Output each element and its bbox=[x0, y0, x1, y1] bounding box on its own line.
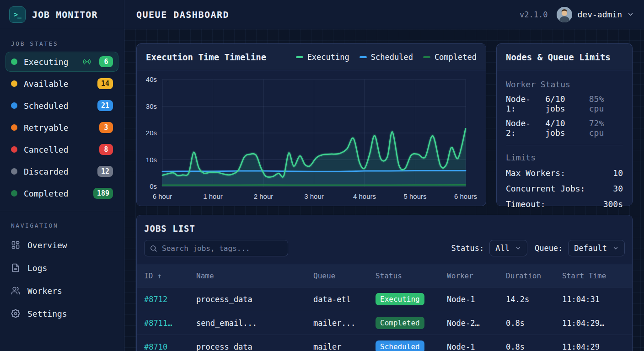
navigation-section-label: NAVIGATION bbox=[11, 222, 113, 229]
node-row-node-2: Node-2: 4/10 jobs 72% cpu bbox=[506, 118, 623, 138]
state-count-badge: 6 bbox=[99, 56, 113, 67]
execution-timeline-card: Execution Time Timeline Executing Schedu… bbox=[136, 43, 486, 206]
limit-concurrent-jobs: Concurrent Jobs: 30 bbox=[506, 184, 623, 193]
job-row-8710[interactable]: #8710 process_data mailer Scheduled Node… bbox=[137, 335, 632, 351]
app-logo-area: >_ JOB MONITOR bbox=[0, 0, 124, 29]
nav-label: Logs bbox=[27, 263, 47, 273]
col-queue[interactable]: Queue bbox=[313, 271, 376, 280]
node-name: Node-2: bbox=[506, 118, 540, 138]
state-label: Executing bbox=[24, 57, 75, 67]
state-dot bbox=[11, 124, 17, 131]
limit-timeout: Timeout: 300s bbox=[506, 199, 623, 209]
col-start-time[interactable]: Start Time bbox=[562, 271, 632, 280]
nav-item-workers[interactable]: Workers bbox=[0, 279, 124, 302]
job-start-time: 11:04:29… bbox=[562, 319, 632, 328]
sidebar-state-available[interactable]: Available 14 bbox=[5, 74, 118, 94]
col-worker[interactable]: Worker bbox=[447, 271, 506, 280]
svg-text:30s: 30s bbox=[146, 102, 157, 110]
state-dot bbox=[11, 102, 17, 109]
limit-value: 300s bbox=[603, 199, 623, 209]
job-id-link[interactable]: #8712 bbox=[144, 295, 196, 304]
sidebar-divider bbox=[0, 211, 124, 211]
nav-icon bbox=[11, 240, 20, 250]
nav-item-logs[interactable]: Logs bbox=[0, 256, 124, 279]
sidebar-state-scheduled[interactable]: Scheduled 21 bbox=[5, 96, 118, 116]
node-jobs: 4/10 jobs bbox=[545, 118, 589, 138]
col-name[interactable]: Name bbox=[196, 271, 313, 280]
nav-icon bbox=[11, 286, 20, 295]
jobs-toolbar: Status: All Queue: Default bbox=[144, 240, 625, 256]
app-screen: >_ JOB MONITOR QUEUE DASHBOARD v2.1.0 de… bbox=[0, 0, 644, 351]
chevron-down-icon bbox=[627, 11, 634, 18]
legend-label: Executing bbox=[307, 53, 349, 62]
job-states-section-label: JOB STATES bbox=[11, 40, 113, 47]
job-row-8711[interactable]: #8711… send_email... mailer... Completed… bbox=[137, 311, 632, 335]
nav-icon bbox=[11, 309, 20, 318]
avatar-image bbox=[557, 7, 572, 22]
job-duration: 0.8s bbox=[506, 319, 562, 328]
sidebar-state-cancelled[interactable]: Cancelled 8 bbox=[5, 139, 118, 160]
job-id-link[interactable]: #8710 bbox=[144, 342, 196, 351]
state-count-badge: 21 bbox=[97, 100, 113, 111]
sidebar-state-executing[interactable]: Executing 6 bbox=[5, 52, 118, 72]
job-duration: 0.8s bbox=[506, 342, 562, 351]
legend-label: Completed bbox=[435, 53, 477, 62]
job-row-8712[interactable]: #8712 process_data data-etl Executing No… bbox=[137, 287, 632, 311]
main-content: Execution Time Timeline Executing Schedu… bbox=[124, 29, 644, 351]
legend-executing[interactable]: Executing bbox=[296, 53, 349, 62]
col-duration[interactable]: Duration bbox=[506, 271, 562, 280]
state-label: Retryable bbox=[24, 123, 93, 133]
status-badge: Executing bbox=[376, 293, 424, 305]
node-name: Node-1: bbox=[506, 94, 540, 113]
job-worker: Node-2… bbox=[447, 319, 506, 328]
legend-swatch bbox=[360, 56, 367, 58]
job-worker: Node-1 bbox=[447, 295, 506, 304]
user-menu[interactable]: dev-admin bbox=[557, 7, 634, 22]
job-status-cell: Executing bbox=[376, 293, 447, 305]
filter-status: Status: All bbox=[451, 240, 527, 256]
job-status-cell: Scheduled bbox=[376, 340, 447, 351]
job-id-link[interactable]: #8711… bbox=[144, 319, 196, 328]
svg-text:5 hours: 5 hours bbox=[403, 192, 426, 200]
state-dot bbox=[11, 146, 17, 153]
job-queue: data-etl bbox=[313, 295, 376, 304]
job-start-time: 11:04:29 bbox=[562, 342, 632, 351]
state-label: Completed bbox=[24, 189, 87, 198]
legend-scheduled[interactable]: Scheduled bbox=[360, 53, 413, 62]
node-row-node-1: Node-1: 6/10 jobs 85% cpu bbox=[506, 94, 623, 113]
sidebar-state-discarded[interactable]: Discarded 12 bbox=[5, 161, 118, 181]
live-icon bbox=[82, 57, 92, 67]
nav-icon bbox=[11, 263, 20, 272]
sidebar-state-retryable[interactable]: Retryable 3 bbox=[5, 117, 118, 138]
chart-card-header: Execution Time Timeline Executing Schedu… bbox=[137, 44, 486, 70]
filter-select[interactable]: All bbox=[489, 240, 527, 256]
sidebar-state-completed[interactable]: Completed 189 bbox=[5, 183, 118, 203]
state-count-badge: 8 bbox=[99, 144, 113, 155]
svg-text:2 hour: 2 hour bbox=[254, 192, 274, 200]
nodes-limits-card: Nodes & Queue Limits Worker Status Node-… bbox=[496, 43, 633, 206]
node-jobs: 6/10 jobs bbox=[545, 94, 589, 113]
nav-item-settings[interactable]: Settings bbox=[0, 302, 124, 325]
search-input[interactable] bbox=[144, 240, 288, 256]
user-name: dev-admin bbox=[577, 10, 622, 19]
legend-completed[interactable]: Completed bbox=[423, 53, 477, 62]
nodes-card-body: Worker Status Node-1: 6/10 jobs 85% cpu … bbox=[497, 70, 632, 217]
limits-label: Limits bbox=[506, 153, 623, 162]
table-header: ID ↑ Name Queue Status Worker Duration S… bbox=[137, 264, 632, 287]
col-id[interactable]: ID ↑ bbox=[144, 271, 196, 280]
filter-select[interactable]: Default bbox=[568, 240, 625, 256]
state-dot bbox=[11, 190, 17, 197]
sidebar: JOB STATES Executing 6 Available 14 bbox=[0, 29, 124, 351]
app-title: JOB MONITOR bbox=[32, 9, 97, 20]
state-count-badge: 14 bbox=[97, 78, 113, 89]
table-body: #8712 process_data data-etl Executing No… bbox=[137, 287, 632, 351]
job-name: send_email... bbox=[196, 319, 313, 328]
col-status[interactable]: Status bbox=[376, 271, 447, 280]
limit-value: 10 bbox=[613, 168, 623, 178]
state-dot bbox=[11, 80, 17, 87]
nav-label: Workers bbox=[27, 286, 62, 296]
limit-label: Max Workers: bbox=[506, 168, 565, 178]
state-label: Scheduled bbox=[24, 101, 91, 111]
nav-item-overview[interactable]: Overview bbox=[0, 234, 124, 256]
search-box bbox=[144, 240, 288, 256]
